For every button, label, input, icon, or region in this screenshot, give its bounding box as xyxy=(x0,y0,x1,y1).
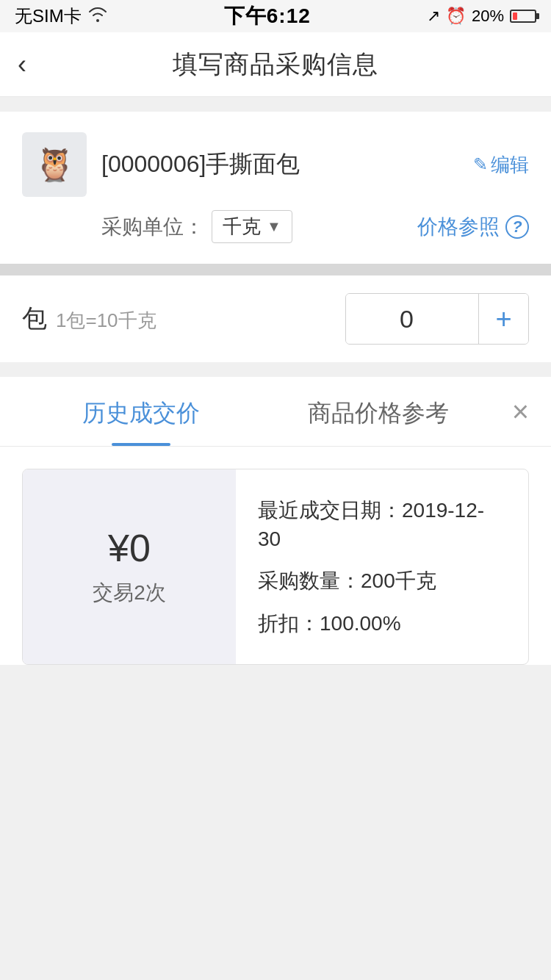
transaction-price-left: ¥0 交易2次 xyxy=(23,469,236,664)
quantity-control: + xyxy=(345,293,529,345)
unit-value: 千克 xyxy=(223,214,261,239)
transaction-card: ¥0 交易2次 最近成交日期：2019-12-30 采购数量：200千克 折扣：… xyxy=(22,469,529,665)
section-divider xyxy=(0,264,551,275)
product-thumbnail: 🦉 xyxy=(22,132,87,197)
tab-product-price-ref[interactable]: 商品价格参考 xyxy=(259,377,497,446)
unit-label: 采购单位： xyxy=(101,213,204,241)
product-name: [0000006]手撕面包 xyxy=(101,148,300,181)
qty-label: 采购数量： xyxy=(258,569,361,592)
product-thumb-icon: 🦉 xyxy=(35,145,75,184)
location-icon: ↗ xyxy=(427,7,440,26)
status-bar: 无SIM卡 下午6:12 ↗ ⏰ 20% xyxy=(0,0,551,32)
bao-label: 包 xyxy=(22,302,47,336)
currency-symbol: ¥ xyxy=(108,527,129,569)
edit-icon: ✎ xyxy=(473,154,488,175)
status-right: ↗ ⏰ 20% xyxy=(427,7,536,26)
transaction-price: ¥0 xyxy=(108,526,151,570)
quantity-plus-button[interactable]: + xyxy=(478,294,528,344)
unit-select-dropdown[interactable]: 千克 ▼ xyxy=(212,210,292,243)
transaction-details-right: 最近成交日期：2019-12-30 采购数量：200千克 折扣：100.00% xyxy=(236,469,528,664)
transaction-count: 交易2次 xyxy=(93,579,166,607)
price-tabs: 历史成交价 商品价格参考 × xyxy=(0,377,551,447)
transaction-date-row: 最近成交日期：2019-12-30 xyxy=(258,496,506,553)
edit-button[interactable]: ✎ 编辑 xyxy=(473,152,529,178)
bao-sub-label: 1包=10千克 xyxy=(56,308,156,334)
discount-value: 100.00% xyxy=(320,612,401,635)
discount-label: 折扣： xyxy=(258,612,320,635)
close-panel-button[interactable]: × xyxy=(497,381,529,443)
time-label: 下午6:12 xyxy=(224,2,311,30)
transaction-discount-row: 折扣：100.00% xyxy=(258,609,506,638)
product-card: 🦉 [0000006]手撕面包 ✎ 编辑 采购单位： 千克 ▼ 价格参照 ? xyxy=(0,112,551,264)
battery-pct: 20% xyxy=(472,7,504,26)
alarm-icon: ⏰ xyxy=(446,7,466,26)
price-value: 0 xyxy=(129,527,151,569)
price-ref-button[interactable]: 价格参照 ? xyxy=(417,213,529,241)
product-top-row: 🦉 [0000006]手撕面包 ✎ 编辑 xyxy=(22,132,529,197)
back-button[interactable]: ‹ xyxy=(18,49,26,80)
product-unit-row: 采购单位： 千克 ▼ 价格参照 ? xyxy=(101,210,529,243)
product-left: 🦉 [0000006]手撕面包 xyxy=(22,132,300,197)
transaction-qty-row: 采购数量：200千克 xyxy=(258,566,506,595)
status-left: 无SIM卡 xyxy=(15,4,108,28)
nav-bar: ‹ 填写商品采购信息 xyxy=(0,32,551,97)
unit-info: 包 1包=10千克 xyxy=(22,302,156,336)
page-title: 填写商品采购信息 xyxy=(173,48,378,82)
wifi-icon xyxy=(87,6,108,26)
quantity-row: 包 1包=10千克 + xyxy=(0,275,551,362)
price-ref-label: 价格参照 xyxy=(417,213,500,241)
tab-history-price[interactable]: 历史成交价 xyxy=(22,377,259,446)
page-content: 🦉 [0000006]手撕面包 ✎ 编辑 采购单位： 千克 ▼ 价格参照 ? xyxy=(0,112,551,980)
battery-icon xyxy=(510,10,536,23)
date-label: 最近成交日期： xyxy=(258,499,402,522)
help-icon: ? xyxy=(505,215,529,239)
qty-value: 200千克 xyxy=(361,569,436,592)
edit-label: 编辑 xyxy=(491,152,529,178)
carrier-label: 无SIM卡 xyxy=(15,4,82,28)
quantity-input[interactable] xyxy=(346,294,478,344)
price-reference-panel: 历史成交价 商品价格参考 × ¥0 交易2次 最近成交日期：2019-12-30… xyxy=(0,377,551,665)
dropdown-arrow-icon: ▼ xyxy=(267,218,281,235)
